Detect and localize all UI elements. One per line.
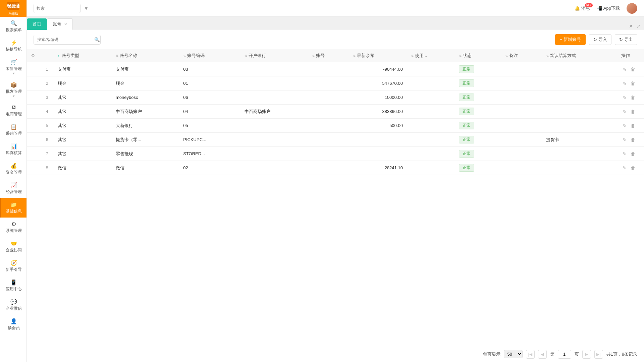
sidebar-item-basic-info[interactable]: 📁 基础信息 [0,198,26,218]
top-search-input[interactable] [34,4,80,13]
sidebar-item-search[interactable]: 🔍 搜索菜单 [0,17,26,36]
edit-button[interactable]: ✎ [621,66,628,73]
sidebar-item-app-center[interactable]: 📱 应用中心 [0,276,26,295]
sidebar-item-retail[interactable]: 🛒 零售管理 ▼ [0,56,26,78]
sidebar-item-ecommerce[interactable]: 🖥 电商管理 [0,101,26,120]
delete-button[interactable]: 🗑 [629,165,637,171]
delete-button[interactable]: 🗑 [629,136,637,143]
col-default-payment[interactable]: ⇅ 默认结算方式 [542,49,617,62]
sidebar: 畅捷通 乐惠版 🔍 搜索菜单 ⚡ 快捷导航 🛒 零售管理 ▼ 📦 批发管理 ▼ … [0,0,27,362]
search-button[interactable]: 🔍 [91,35,101,44]
edit-button[interactable]: ✎ [621,122,628,129]
delete-button[interactable]: 🗑 [629,108,637,115]
sidebar-item-quick-nav[interactable]: ⚡ 快捷导航 [0,36,26,56]
delete-button[interactable]: 🗑 [629,66,637,73]
add-account-button[interactable]: + 新增账号 [555,34,586,45]
sidebar-item-wechat[interactable]: 💬 企业微信 [0,295,26,315]
avatar[interactable] [627,3,637,14]
logo-icon: 畅捷通 [7,1,20,11]
sidebar-item-label: 批发管理 [6,89,22,95]
export-button[interactable]: ↻ 导出 [615,34,637,45]
edit-button[interactable]: ✎ [621,136,628,143]
row-settings-cell [27,147,40,161]
dropdown-icon[interactable]: ▼ [84,6,89,11]
pagination: 每页显示 20 50 100 |◀ ◀ 第 页 ▶ ▶| 共1页，8条记录 [27,346,644,362]
export-label: 导出 [624,37,633,43]
col-code[interactable]: ⇅ 账号编码 [179,49,240,62]
messages-badge: 99+ [585,3,593,7]
search-menu-icon: 🔍 [10,20,17,26]
delete-button[interactable]: 🗑 [629,150,637,157]
col-sort-icon: ⇅ [411,54,414,58]
sidebar-item-guide[interactable]: 🧭 新手引导 [0,256,26,276]
row-default-payment-cell [542,62,617,76]
edit-button[interactable]: ✎ [621,108,628,115]
col-default-payment-label: 默认结算方式 [550,53,576,58]
edit-button[interactable]: ✎ [621,80,628,87]
delete-button[interactable]: 🗑 [629,94,637,101]
tab-accounts[interactable]: 账号 ✕ [47,18,73,30]
sidebar-item-label: 经营管理 [6,189,22,195]
row-balance-cell: 383866.00 [349,105,407,119]
row-action-cell: ✎ 🗑 [617,119,644,133]
current-page-input[interactable] [558,350,571,359]
sidebar-item-member[interactable]: 👤 畅会员 [0,315,26,334]
sidebar-item-inventory[interactable]: 📊 库存核算 [0,140,26,159]
row-action-cell: ✎ 🗑 [617,147,644,161]
row-usage-cell [407,105,455,119]
messages-button[interactable]: 🔔 消息 99+ [575,5,590,11]
edit-button[interactable]: ✎ [621,150,628,157]
guide-icon: 🧭 [10,260,17,266]
search-input[interactable] [34,35,91,44]
row-action-cell: ✎ 🗑 [617,105,644,119]
minimize-icon[interactable]: ✕ [629,24,633,28]
col-account[interactable]: ⇅ 账号 [308,49,349,62]
data-table-wrap: ⚙ ↑ 账号类型 ⇅ 账号名称 ⇅ 账号编码 [27,49,644,346]
maximize-icon[interactable]: ⤢ [636,24,641,28]
col-settings[interactable]: ⚙ [27,49,40,62]
edit-button[interactable]: ✎ [621,165,628,171]
page-prefix-label: 第 [550,351,554,357]
delete-button[interactable]: 🗑 [629,122,637,129]
row-action-cell: ✎ 🗑 [617,62,644,76]
sidebar-item-label: 采购管理 [6,131,22,136]
sidebar-item-system[interactable]: ⚙ 系统管理 [0,218,26,237]
last-page-button[interactable]: ▶| [594,350,603,359]
tab-close-icon[interactable]: ✕ [64,22,67,26]
col-balance[interactable]: ⇅ 最新余额 [349,49,407,62]
row-account-cell [308,76,349,90]
page-size-select[interactable]: 20 50 100 [504,350,523,358]
row-type-cell: 其它 [54,119,112,133]
edit-button[interactable]: ✎ [621,94,628,101]
delete-button[interactable]: 🗑 [629,80,637,87]
col-name[interactable]: ⇅ 账号名称 [112,49,179,62]
col-status[interactable]: ⇅ 状态 [455,49,501,62]
sidebar-item-operations[interactable]: 📈 经营管理 [0,179,26,198]
tab-accounts-label: 账号 [53,21,61,27]
sidebar-item-finance[interactable]: 💰 资金管理 [0,159,26,179]
sidebar-item-purchase[interactable]: 📋 采购管理 [0,120,26,140]
app-sub-label: 乐惠版 [8,11,18,16]
row-balance-cell: 500.00 [349,119,407,133]
sidebar-item-label: 搜索菜单 [6,27,22,33]
app-download-label: App下载 [603,5,620,11]
sidebar-item-enterprise[interactable]: 🤝 企业协同 [0,237,26,256]
import-button[interactable]: ↻ 导入 [589,34,611,45]
next-page-button[interactable]: ▶ [582,350,591,359]
row-default-payment-cell [542,119,617,133]
col-bank[interactable]: ⇅ 开户银行 [240,49,308,62]
prev-page-button[interactable]: ◀ [538,350,547,359]
tab-home[interactable]: 首页 [27,18,47,30]
col-sort-icon: ⇅ [183,54,186,58]
sidebar-item-wholesale[interactable]: 📦 批发管理 ▼ [0,78,26,101]
row-bank-cell [240,76,308,90]
col-type[interactable]: ↑ 账号类型 [54,49,112,62]
first-page-button[interactable]: |◀ [526,350,535,359]
app-download-button[interactable]: 📲 App下载 [597,5,620,11]
col-usage[interactable]: ⇅ 使用... [407,49,455,62]
row-type-cell: 其它 [54,90,112,105]
col-remarks[interactable]: ⇅ 备注 [501,49,542,62]
row-bank-cell [240,90,308,105]
inventory-icon: 📊 [10,143,17,149]
retail-icon: 🛒 [10,59,17,65]
